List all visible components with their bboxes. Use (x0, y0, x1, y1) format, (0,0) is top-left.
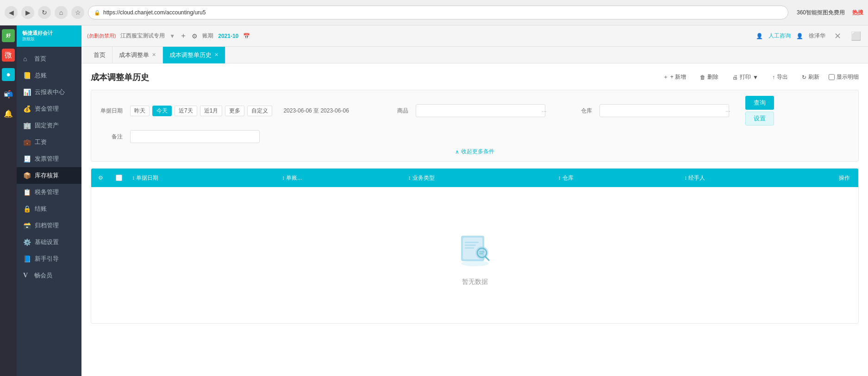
tab-cost-adjust[interactable]: 成本调整单 ✕ (112, 47, 163, 63)
display-toggle[interactable]: 显示明细 (829, 73, 859, 81)
period-value: 2021-10 (218, 33, 238, 39)
closing-nav-icon: 🔒 (23, 205, 31, 213)
sidebar: 畅捷通好会计 旗舰版 ⌂ 首页 📒 总账 📊 云报表中心 💰 资金管理 (17, 25, 81, 376)
warehouse-filter-input[interactable] (599, 104, 729, 117)
dropdown-icon[interactable]: ▼ (169, 33, 175, 39)
sidebar-item-payroll[interactable]: 💼 工资 (17, 134, 81, 150)
refresh-button[interactable]: ↻ 刷新 (797, 71, 824, 83)
th-voucher[interactable]: ↕ 单账... (278, 174, 405, 182)
ledger-nav-icon: 📒 (23, 72, 31, 79)
sidebar-item-funds[interactable]: 💰 资金管理 (17, 100, 81, 117)
archive-nav-icon: 🗃️ (23, 222, 31, 229)
page-content: 成本调整单历史 ＋ + 新增 🗑 删除 🖨 打印 ▼ (81, 63, 868, 376)
inventory-nav-label: 库存核算 (35, 171, 59, 180)
th-action-label: 操作 (839, 174, 850, 182)
sidebar-item-archive[interactable]: 🗃️ 归档管理 (17, 217, 81, 234)
icon-bar-weibo[interactable]: 微 (2, 49, 15, 62)
th-handler[interactable]: ↕ 经手人 (681, 174, 831, 182)
setting-button[interactable]: 设置 (745, 112, 774, 125)
closing-nav-label: 结账 (35, 205, 47, 213)
browser-chrome: ◀ ▶ ↻ ⌂ ☆ 🔒 https://cloud.chanjet.com/ac… (0, 0, 868, 25)
warehouse-more-icon[interactable]: ··· (725, 107, 731, 114)
period-label: 账期 (202, 32, 213, 40)
filter-btn-yesterday[interactable]: 昨天 (130, 106, 150, 116)
tab-cost-adjust-history[interactable]: 成本调整单历史 ✕ (163, 47, 225, 63)
query-button[interactable]: 查询 (745, 96, 774, 110)
sidebar-item-ledger[interactable]: 📒 总账 (17, 67, 81, 84)
topbar-minimize-button[interactable]: ⬜ (849, 30, 862, 43)
delete-button[interactable]: 🗑 删除 (695, 71, 723, 83)
topbar-close-button[interactable]: ✕ (831, 30, 844, 43)
home-button[interactable]: ⌂ (55, 6, 68, 19)
settings-th-icon: ⚙ (98, 175, 103, 181)
star-button[interactable]: ☆ (71, 6, 84, 19)
sidebar-nav: ⌂ 首页 📒 总账 📊 云报表中心 💰 资金管理 🏢 固定资产 💼 工资 (17, 47, 81, 376)
header-checkbox[interactable] (116, 175, 122, 181)
export-button[interactable]: ↑ 导出 (768, 71, 793, 83)
refresh-icon: ↻ (802, 74, 806, 81)
icon-bar-item-1[interactable]: 📬 (2, 88, 15, 100)
icon-bar-active[interactable]: ● (2, 68, 15, 81)
th-date[interactable]: ↕ 单据日期 (128, 174, 278, 182)
filter-date-group: 昨天 今天 近7天 近1月 更多 自定义 (130, 106, 272, 116)
ledger-nav-label: 总账 (35, 71, 47, 80)
calendar-icon[interactable]: 📅 (243, 33, 250, 39)
member-nav-label: 畅会员 (34, 271, 52, 280)
tab-cost-adjust-history-close[interactable]: ✕ (214, 52, 219, 58)
th-settings[interactable]: ⚙ (91, 175, 110, 181)
sidebar-item-home[interactable]: ⌂ 首页 (17, 50, 81, 67)
refresh-button[interactable]: ↻ (38, 6, 51, 19)
export-label: 导出 (777, 73, 788, 81)
svg-rect-4 (465, 244, 476, 246)
collapse-icon: ∧ (455, 149, 459, 155)
page-header: 成本调整单历史 ＋ + 新增 🗑 删除 🖨 打印 ▼ (91, 71, 859, 83)
th-handler-label: ↕ 经手人 (684, 174, 705, 182)
export-icon: ↑ (772, 74, 775, 81)
sidebar-item-fixed-assets[interactable]: 🏢 固定资产 (17, 117, 81, 134)
remark-filter-input[interactable] (130, 130, 260, 143)
service-icon: 👤 (756, 33, 763, 39)
url-bar[interactable]: 🔒 https://cloud.chanjet.com/accounting/u… (88, 6, 788, 19)
service-label[interactable]: 人工咨询 (768, 32, 791, 40)
user-label[interactable]: 徐泽华 (809, 32, 825, 40)
filter-btn-more[interactable]: 更多 (225, 106, 244, 116)
home-nav-icon: ⌂ (23, 55, 31, 63)
back-button[interactable]: ◀ (5, 6, 18, 19)
print-button[interactable]: 🖨 打印 ▼ (728, 71, 763, 83)
delete-label: 删除 (707, 73, 718, 81)
page-actions: ＋ + 新增 🗑 删除 🖨 打印 ▼ ↑ 导出 (658, 71, 859, 83)
empty-state: 暂无数据 (91, 187, 858, 323)
forward-button[interactable]: ▶ (21, 6, 34, 19)
sidebar-item-tax[interactable]: 📋 税务管理 (17, 184, 81, 201)
new-button[interactable]: ＋ + 新增 (658, 71, 691, 83)
th-type[interactable]: ↕ 业务类型 (405, 174, 555, 182)
product-more-icon[interactable]: ··· (542, 107, 547, 114)
add-icon[interactable]: ＋ (180, 31, 187, 41)
settings-icon[interactable]: ⚙ (192, 32, 198, 40)
th-warehouse[interactable]: ↕ 仓库 (554, 174, 681, 182)
filter-row-remark: 备注 (99, 130, 851, 143)
sidebar-item-inventory[interactable]: 📦 库存核算 (17, 167, 81, 184)
hot-label: 热搜 (852, 9, 863, 17)
sidebar-item-member[interactable]: V 畅会员 (17, 267, 81, 284)
tab-cost-adjust-close[interactable]: ✕ (152, 52, 156, 58)
app-container: 好 微 ● 📬 🔔 畅捷通好会计 旗舰版 ⌂ 首页 📒 总账 📊 云报 (0, 25, 868, 376)
filter-btn-custom[interactable]: 自定义 (247, 106, 272, 116)
sidebar-item-closing[interactable]: 🔒 结账 (17, 201, 81, 217)
new-icon: ＋ (663, 73, 668, 81)
sidebar-item-guide[interactable]: 📘 新手引导 (17, 251, 81, 267)
th-checkbox[interactable] (110, 175, 128, 181)
icon-bar-item-2[interactable]: 🔔 (2, 107, 15, 120)
filter-btn-7days[interactable]: 近7天 (175, 106, 197, 116)
display-toggle-checkbox[interactable] (829, 74, 835, 80)
sidebar-item-invoice[interactable]: 🧾 发票管理 (17, 150, 81, 167)
tab-home-label: 首页 (94, 51, 106, 59)
sidebar-item-settings[interactable]: ⚙️ 基础设置 (17, 234, 81, 251)
sidebar-item-reports[interactable]: 📊 云报表中心 (17, 84, 81, 100)
product-filter-input[interactable] (416, 104, 545, 117)
filter-btn-today[interactable]: 今天 (152, 106, 172, 116)
collapse-button[interactable]: ∧ 收起更多条件 (455, 148, 494, 156)
filter-btn-1month[interactable]: 近1月 (200, 106, 223, 116)
tab-home[interactable]: 首页 (87, 47, 112, 63)
archive-nav-label: 归档管理 (35, 221, 59, 230)
